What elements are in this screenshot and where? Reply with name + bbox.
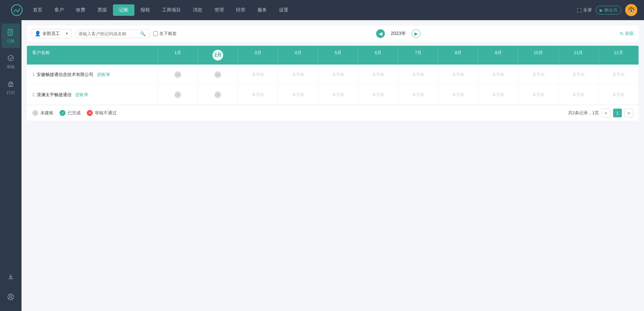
sidebar-item-print[interactable]: 打印 <box>1 75 20 100</box>
status-not-started: 未开始 <box>292 72 304 77</box>
refresh-button[interactable]: ↻ 刷新 <box>620 31 634 37</box>
minus-icon: − <box>176 92 179 98</box>
download-icon <box>6 272 15 281</box>
status-not-started: 未开始 <box>572 92 585 98</box>
book-icon <box>6 28 15 37</box>
nav-operation[interactable]: 经营 <box>230 4 251 16</box>
next-page-button[interactable]: > <box>625 109 633 117</box>
minus-icon: − <box>34 111 37 115</box>
col-month-11: 11月 <box>559 46 599 65</box>
status-not-started: 未开始 <box>492 72 504 77</box>
legend-dot-red: ✕ <box>87 110 93 116</box>
enter-link-2[interactable]: 进账簿 <box>75 92 88 98</box>
row-num-1: 1 <box>32 72 35 77</box>
search-icon[interactable]: 🔍 <box>139 31 147 36</box>
td-2-m3: 未开始 <box>238 85 278 105</box>
td-2-m9: 未开始 <box>478 85 518 105</box>
fullscreen-button[interactable]: ⛶ 全屏 <box>577 7 592 13</box>
legend-not-built: − 未建账 <box>32 110 53 116</box>
status-circle: − <box>174 71 181 78</box>
nav-message[interactable]: 消息 <box>187 4 208 16</box>
col-month-1: 1月 <box>158 46 198 65</box>
nav-items: 首页 客户 收费 票据 记账 报税 工商项目 消息 管理 经营 服务 设置 <box>27 4 577 16</box>
checkbox-text: 名下账套 <box>159 31 177 37</box>
logo <box>7 4 27 16</box>
member-button[interactable]: ▶ 畅会员 <box>596 6 621 14</box>
sidebar-item-download[interactable] <box>1 268 20 285</box>
my-accounts-checkbox-label[interactable]: 名下账套 <box>153 31 177 37</box>
nav-bookkeeping[interactable]: 记账 <box>113 4 134 16</box>
current-month-badge: 2月 <box>212 50 223 61</box>
td-2-m1: − <box>158 85 198 105</box>
col-month-8: 8月 <box>438 46 478 65</box>
row-num-2: 2 <box>32 92 35 97</box>
sidebar-item-user-circle[interactable] <box>1 288 20 306</box>
sidebar-item-bookkeeping[interactable]: 记账 <box>1 24 20 48</box>
status-circle: − <box>174 91 181 98</box>
td-1-m6: 未开始 <box>358 65 398 84</box>
td-company-2: 2 漠澜太平畅捷通信 进账簿 <box>27 85 158 105</box>
status-not-started: 未开始 <box>532 72 545 77</box>
legend-label-rejected: 审核不通过 <box>95 110 117 116</box>
legend-label-not-built: 未建账 <box>40 110 53 116</box>
td-2-m4: 未开始 <box>278 85 318 105</box>
enter-link-1[interactable]: 进账簿 <box>97 72 110 78</box>
prev-page-button[interactable]: < <box>602 109 610 117</box>
td-1-m3: 未开始 <box>238 65 278 84</box>
minus-icon: − <box>216 72 219 77</box>
col-month-9: 9月 <box>478 46 518 65</box>
nav-tax[interactable]: 报税 <box>134 4 156 16</box>
td-2-m12: 未开始 <box>599 85 639 105</box>
nav-settings[interactable]: 设置 <box>273 4 294 16</box>
employee-label: 全部员工 <box>42 31 64 37</box>
my-accounts-checkbox[interactable] <box>153 31 158 36</box>
page-1-button[interactable]: 1 <box>613 109 622 117</box>
legend-dot-grey: − <box>32 110 38 116</box>
td-1-m1: − <box>158 65 198 84</box>
total-records-text: 共2条记录，1页 <box>568 110 599 116</box>
legend: − 未建账 ✓ 已完成 ✕ 审核不通过 <box>32 110 117 116</box>
refresh-icon: ↻ <box>620 31 624 36</box>
dropdown-arrow-icon: ▼ <box>65 31 69 36</box>
minus-icon: − <box>216 92 219 98</box>
employee-select[interactable]: 👤 全部员工 ▼ <box>32 29 72 38</box>
status-not-started: 未开始 <box>332 72 344 77</box>
nav-manage[interactable]: 管理 <box>208 4 230 16</box>
search-box: 🔍 <box>75 30 150 38</box>
td-2-m2: − <box>198 85 238 105</box>
col-month-7: 7月 <box>398 46 438 65</box>
table-header: 客户名称 1月 2月 3月 4月 5月 6月 7月 8月 9月 10月 11月 … <box>27 46 639 65</box>
status-not-started: 未开始 <box>532 92 545 98</box>
col-month-5: 5月 <box>318 46 358 65</box>
sidebar-print-label: 打印 <box>7 90 15 96</box>
sidebar: 记账 审核 打印 <box>0 20 22 311</box>
nav-home[interactable]: 首页 <box>27 4 48 16</box>
x-icon: ✕ <box>88 111 91 115</box>
td-1-m5: 未开始 <box>318 65 358 84</box>
refresh-label: 刷新 <box>625 31 634 37</box>
nav-invoice[interactable]: 票据 <box>91 4 113 16</box>
nav-billing[interactable]: 收费 <box>70 4 91 16</box>
table-footer: − 未建账 ✓ 已完成 ✕ 审核不通过 <box>27 105 639 121</box>
person-icon: 👤 <box>35 31 41 37</box>
status-not-started: 未开始 <box>372 72 384 77</box>
status-not-started: 未开始 <box>252 72 264 77</box>
search-input[interactable] <box>78 31 139 36</box>
td-2-m8: 未开始 <box>438 85 478 105</box>
next-year-button[interactable]: ▶ <box>412 29 420 38</box>
sidebar-item-audit[interactable]: 审核 <box>1 49 20 74</box>
print-icon <box>6 79 15 89</box>
legend-rejected: ✕ 审核不通过 <box>87 110 117 116</box>
status-not-started: 未开始 <box>332 92 344 98</box>
avatar[interactable]: 🐯 <box>625 4 637 16</box>
col-customer: 客户名称 <box>27 46 158 65</box>
nav-service[interactable]: 服务 <box>251 4 273 16</box>
status-not-started: 未开始 <box>612 72 625 77</box>
toolbar: 👤 全部员工 ▼ 🔍 名下账套 ◀ 2023年 ▶ ↻ 刷新 <box>27 26 639 42</box>
nav-business[interactable]: 工商项目 <box>156 4 187 16</box>
prev-year-button[interactable]: ◀ <box>376 29 385 38</box>
nav-customer[interactable]: 客户 <box>48 4 70 16</box>
td-1-m9: 未开始 <box>478 65 518 84</box>
audit-icon <box>6 53 15 63</box>
status-circle: − <box>214 91 221 98</box>
